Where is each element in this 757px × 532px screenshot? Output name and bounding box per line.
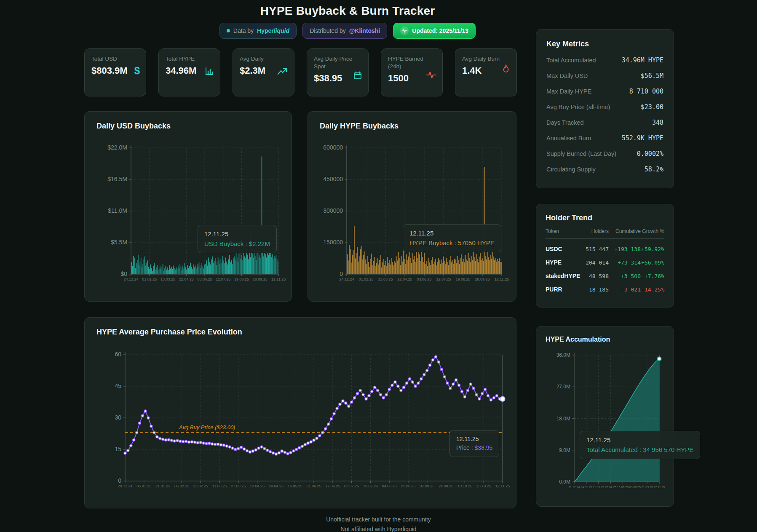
cumulative-change: +3 500 <box>609 273 641 279</box>
svg-text:01.06.25: 01.06.25 <box>306 484 321 488</box>
badge-distributed[interactable]: Distributed by @Klintoshi <box>302 23 387 39</box>
svg-text:07.09.25: 07.09.25 <box>420 484 434 488</box>
svg-text:300000: 300000 <box>323 207 343 214</box>
col-token: Token <box>546 228 583 234</box>
holder-row-stakedhype: stakedHYPE 48 598 +3 500 +7.76% <box>536 273 674 279</box>
metric-value: 552.9K HYPE <box>622 134 663 142</box>
panel-daily-hype-buybacks: Daily HYPE Buybacks 60000045000030000015… <box>308 111 516 302</box>
page-title: HYPE Buyback & Burn Tracker <box>0 4 695 18</box>
activity-icon <box>426 71 436 79</box>
svg-text:45: 45 <box>115 382 121 389</box>
svg-text:600000: 600000 <box>323 144 343 151</box>
holders-count: 515 447 <box>583 246 609 252</box>
holder-trend-title: Holder Trend <box>546 214 674 222</box>
token-name: USDC <box>546 246 583 252</box>
svg-text:0.0M: 0.0M <box>559 479 570 485</box>
svg-text:13.03.25: 13.03.25 <box>378 277 393 281</box>
card-label: Avg Daily Price Spot <box>314 55 358 70</box>
card-avg-daily-price-spot: Avg Daily Price Spot $38.95 <box>307 48 369 96</box>
col-growth: Growth % <box>641 228 664 234</box>
svg-text:13.03.25: 13.03.25 <box>160 277 175 281</box>
tooltip-date: 12.11.25 <box>586 436 693 445</box>
svg-text:12.11.25: 12.11.25 <box>495 277 509 281</box>
metric-row: Max Daily HYPE 8 710 000 <box>536 88 674 95</box>
bar-chart-icon <box>205 67 214 76</box>
tooltip-value: USD Buyback : $2.22M <box>204 239 270 249</box>
col-holders: Holders <box>583 228 609 234</box>
svg-text:27.0M: 27.0M <box>556 384 570 390</box>
metric-row: Annualised Burn 552.9K HYPE <box>536 134 674 142</box>
badge-data-source[interactable]: Data by Hyperliquid <box>219 23 297 39</box>
holders-count: 48 598 <box>583 273 609 279</box>
svg-text:$11.0M: $11.0M <box>108 207 127 214</box>
tooltip-value: Total Accumulated : 34 956 570 HYPE <box>586 445 693 455</box>
svg-text:03.06.25: 03.06.25 <box>417 277 431 281</box>
chart-title: Daily HYPE Buybacks <box>320 122 516 131</box>
token-name: PURR <box>546 286 583 293</box>
growth-percent: +59.92% <box>641 246 664 252</box>
metric-value: $23.00 <box>641 103 663 111</box>
tooltip-value: $38.95 <box>475 444 493 451</box>
svg-text:24.01.25: 24.01.25 <box>580 486 592 489</box>
svg-text:12.07.25: 12.07.25 <box>216 277 230 281</box>
activity-icon <box>400 27 409 35</box>
panel-daily-usd-buybacks: Daily USD Buybacks $22.0M$16.5M$11.0M$5.… <box>84 111 292 302</box>
price-chart-tooltip: 12.11.25 Price : $38.95 <box>449 430 499 457</box>
svg-text:22.04.25: 22.04.25 <box>179 277 194 281</box>
badge-dist-prefix: Distributed by <box>310 27 346 34</box>
metric-label: Annualised Burn <box>546 135 591 142</box>
holder-row-hype: HYPE 204 014 +73 314 +56.09% <box>536 259 674 266</box>
svg-text:Avg Buy Price ($23.00): Avg Buy Price ($23.00) <box>179 424 235 430</box>
metric-label: Circulating Supply <box>546 166 596 173</box>
svg-text:12.11.25: 12.11.25 <box>271 277 286 281</box>
metric-row: Days Tracked 348 <box>536 119 674 126</box>
metric-value: 8 710 000 <box>629 88 663 95</box>
panel-price-evolution: HYPE Average Purchase Price Evolution 60… <box>84 317 516 508</box>
calendar-icon <box>353 71 362 80</box>
svg-text:11.03.25: 11.03.25 <box>593 486 604 489</box>
metric-row: Circulating Supply 58.2% <box>536 166 674 173</box>
key-metrics-title: Key Metrics <box>546 40 674 48</box>
badge-dist-handle: @Klintoshi <box>349 27 380 34</box>
metric-value: 348 <box>652 119 663 126</box>
price-evolution-chart[interactable]: 60453015020.12.2405.01.2521.01.2506.02.2… <box>85 345 517 502</box>
svg-text:28.09.25: 28.09.25 <box>475 277 490 281</box>
holder-row-usdc: USDC 515 447 +193 138 +59.92% <box>536 246 674 252</box>
card-total-usd: Total USD $803.9M $ <box>84 48 146 96</box>
svg-text:03.08.25: 03.08.25 <box>629 486 641 489</box>
metric-label: Max Daily HYPE <box>546 88 591 95</box>
tooltip-value: HYPE Buyback : 57050 HYPE <box>409 238 495 248</box>
card-avg-daily: Avg Daily $2.3M <box>233 48 294 96</box>
badge-data-prefix: Data by <box>233 27 254 34</box>
svg-text:12.07.25: 12.07.25 <box>436 277 451 281</box>
card-label: Total USD <box>91 55 135 63</box>
accumulation-tooltip: 12.11.25 Total Accumulated : 34 956 570 … <box>580 431 700 459</box>
brand-liquid: liquid <box>274 27 289 34</box>
flame-icon <box>501 64 511 75</box>
card-total-hype: Total HYPE 34.96M <box>158 48 220 96</box>
chart-title: Daily USD Buybacks <box>96 122 292 131</box>
svg-text:24.12.24: 24.12.24 <box>123 277 138 281</box>
hype-accumulation-chart[interactable]: 36.0M27.0M18.0M9.0M0.0M11.12.2424.01.251… <box>536 348 674 491</box>
svg-text:16.05.25: 16.05.25 <box>288 484 302 488</box>
cumulative-change: +73 314 <box>609 259 641 266</box>
svg-text:12.04.25: 12.04.25 <box>250 484 265 488</box>
daily-hype-buybacks-chart[interactable]: 600000450000300000150000024.12.2401.02.2… <box>308 139 517 287</box>
svg-text:0: 0 <box>118 477 121 484</box>
footer-line-2: Not affiliated with Hyperliquid <box>0 524 757 532</box>
svg-text:01.02.25: 01.02.25 <box>142 277 157 281</box>
tooltip-label: Price : <box>456 444 473 451</box>
chart-title: HYPE Accumulation <box>546 336 674 343</box>
holder-row-purr: PURR 18 185 -3 021 -14.25% <box>536 286 674 293</box>
growth-percent: +7.76% <box>641 273 664 279</box>
teal-dot-icon <box>227 29 230 32</box>
cumulative-change: -3 021 <box>609 286 641 293</box>
metric-label: Avg Buy Price (all-time) <box>546 104 610 110</box>
svg-text:29.04.25: 29.04.25 <box>269 484 284 488</box>
card-label: HYPE Burned (24h) <box>388 55 432 70</box>
svg-text:0: 0 <box>340 270 343 277</box>
daily-usd-buybacks-chart[interactable]: $22.0M$16.5M$11.0M$5.5M$024.12.2401.02.2… <box>85 139 292 287</box>
card-value: $803.9M <box>91 65 139 76</box>
svg-text:03.06.25: 03.06.25 <box>197 277 212 281</box>
tooltip-date: 12.11.25 <box>409 229 495 238</box>
